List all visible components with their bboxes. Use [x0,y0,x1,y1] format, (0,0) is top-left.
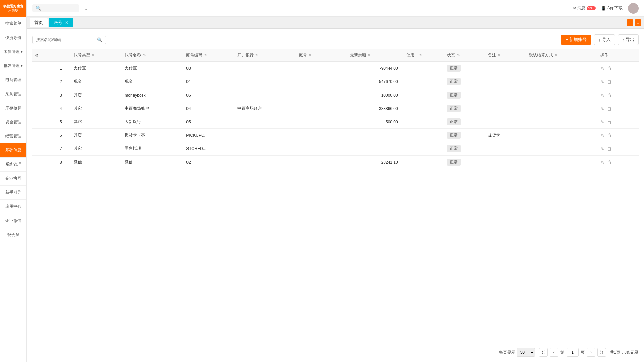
pagination: ⟨⟨ ‹ 第 页 › ⟩⟩ [539,348,606,357]
edit-icon-2[interactable]: ✎ [600,93,604,98]
cell-settings-0 [32,62,51,75]
cell-balance-1: 547670.00 [347,75,404,88]
table-row: 7 其它 零售抵现 STORED... 正常 ✎ 🗑 [32,142,639,156]
delete-icon-5[interactable]: 🗑 [607,133,612,138]
search-box[interactable]: 🔍 [32,36,106,44]
th-code[interactable]: 账号编码 ⇅ [183,49,234,62]
table-container: ⚙ 账号类型 ⇅ 账号名称 ⇅ 账号编码 ⇅ 开户银行 ⇅ 账号 ⇅ 最新余额 … [32,49,639,345]
edit-icon-1[interactable]: ✎ [600,79,604,84]
top-search-box[interactable]: 🔍 [32,4,79,12]
per-page[interactable]: 每页显示 50 20 100 [499,348,535,357]
sidebar-item-1[interactable]: 快捷导航 [0,31,26,45]
message-button[interactable]: ✉ 消息 99+ [573,5,596,11]
page-next-button[interactable]: › [587,348,595,357]
cell-action-7: ✎ 🗑 [598,156,639,169]
page-label: 第 [560,350,565,355]
delete-icon-3[interactable]: 🗑 [607,106,612,111]
edit-icon-6[interactable]: ✎ [600,146,604,152]
cell-settings-2 [32,88,51,102]
cell-account-2 [296,88,347,102]
sidebar-item-7[interactable]: 资金管理 [0,115,26,129]
cell-status-4: 正常 [444,115,485,129]
sidebar-item-2[interactable]: 零售管理 ▾ [0,45,26,59]
th-status[interactable]: 状态 ⇅ [444,49,485,62]
cell-status-7: 正常 [444,156,485,169]
maximize-button[interactable]: □ [635,19,641,26]
cell-bank-5 [235,129,296,142]
cell-use-4 [404,115,444,129]
th-name[interactable]: 账号名称 ⇅ [122,49,183,62]
sidebar-item-0[interactable]: 搜索菜单 [0,17,26,31]
avatar[interactable] [628,3,639,14]
page-first-button[interactable]: ⟨⟨ [539,348,548,357]
sidebar-item-10[interactable]: 系统管理 [0,158,26,172]
delete-icon-1[interactable]: 🗑 [607,79,612,84]
message-label: 消息 [577,5,585,11]
th-balance[interactable]: 最新余额 ⇅ [347,49,404,62]
tab-close-icon[interactable]: ✕ [65,20,68,25]
import-icon: ↓ [598,37,601,42]
search-icon: 🔍 [36,6,41,11]
tab-bar: 首页 账号 ✕ — □ [27,17,644,29]
delete-icon-2[interactable]: 🗑 [607,93,612,98]
tab-home[interactable]: 首页 [30,18,48,27]
tab-account[interactable]: 账号 ✕ [49,18,73,27]
dropdown-icon[interactable]: ⌄ [83,5,88,12]
sidebar-item-14[interactable]: 企业微信 [0,214,26,228]
sidebar-item-3[interactable]: 批发管理 ▾ [0,59,26,73]
add-account-button[interactable]: + 新增账号 [561,35,591,45]
app-download-button[interactable]: 📱 App下载 [601,5,623,11]
cell-use-3 [404,102,444,115]
search-submit-icon[interactable]: 🔍 [97,37,102,42]
cell-name-6: 零售抵现 [122,142,183,156]
edit-icon-5[interactable]: ✎ [600,133,604,138]
th-bank[interactable]: 开户银行 ⇅ [235,49,296,62]
cell-balance-3: 383866.00 [347,102,404,115]
cell-type-2: 其它 [71,88,122,102]
edit-icon-4[interactable]: ✎ [600,119,604,125]
sidebar-item-8[interactable]: 经营管理 [0,129,26,143]
page-last-button[interactable]: ⟩⟩ [597,348,606,357]
edit-icon-3[interactable]: ✎ [600,106,604,111]
cell-action-6: ✎ 🗑 [598,142,639,156]
search-input[interactable] [36,37,95,42]
delete-icon-6[interactable]: 🗑 [607,146,612,152]
main-area: 🔍 ⌄ ✉ 消息 99+ 📱 App下载 首页 账号 ✕ [27,0,644,362]
sidebar-item-15[interactable]: 畅会员 [0,228,26,242]
cell-name-7: 微信 [122,156,183,169]
sidebar-item-5[interactable]: 采购管理 [0,87,26,101]
delete-icon-7[interactable]: 🗑 [607,160,612,165]
cell-remark-6 [485,142,526,156]
cell-settle-4 [526,115,598,129]
edit-icon-0[interactable]: ✎ [600,66,604,71]
cell-use-5 [404,129,444,142]
app-logo: 畅捷通好生意 乐惠版 [0,0,26,17]
import-button[interactable]: ↓ 导入 [594,34,615,45]
cell-settle-7 [526,156,598,169]
header-left: 🔍 ⌄ [32,4,88,12]
cell-remark-0 [485,62,526,75]
page-prev-button[interactable]: ‹ [550,348,558,357]
th-settle[interactable]: 默认结算方式 ⇅ [526,49,598,62]
sidebar-item-11[interactable]: 企业协同 [0,172,26,186]
per-page-select[interactable]: 50 20 100 [517,348,535,357]
app-title: 畅捷通好生意 [3,4,23,8]
sidebar-item-12[interactable]: 新手引导 [0,186,26,200]
minimize-button[interactable]: — [627,19,633,26]
top-search-input[interactable] [43,6,76,11]
th-type[interactable]: 账号类型 ⇅ [71,49,122,62]
sidebar-item-4[interactable]: 电商管理 [0,73,26,87]
page-input[interactable] [567,348,579,357]
sidebar-item-6[interactable]: 库存核算 [0,101,26,115]
cell-status-0: 正常 [444,62,485,75]
delete-icon-0[interactable]: 🗑 [607,66,612,71]
th-settings[interactable]: ⚙ [32,49,51,62]
edit-icon-7[interactable]: ✎ [600,160,604,165]
sidebar-item-13[interactable]: 应用中心 [0,200,26,214]
th-remark[interactable]: 备注 ⇅ [485,49,526,62]
th-use[interactable]: 使用... ⇅ [404,49,444,62]
export-button[interactable]: ↑ 导出 [618,34,639,45]
delete-icon-4[interactable]: 🗑 [607,119,612,125]
th-account[interactable]: 账号 ⇅ [296,49,347,62]
sidebar-item-9[interactable]: 基础信息 [0,143,26,158]
